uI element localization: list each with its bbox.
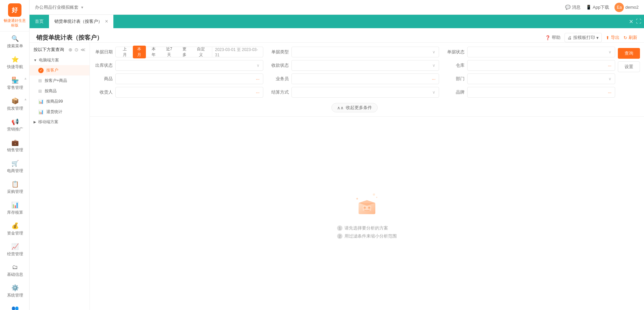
query-btn[interactable]: 查询 [618, 48, 640, 59]
export-icon: ⬆ [606, 35, 609, 40]
order-type-label: 单据类型 [270, 49, 289, 55]
empty-tips: 1 请先选择要分析的方案 2 用过滤条件来缩小分析范围 [337, 225, 397, 239]
content: 销货单统计表（按客户） ❓ 帮助 🖨 按模板打印 ▾ ⬆ 导出 ↻ 刷新 [30, 28, 644, 310]
brand-field[interactable]: ··· [467, 87, 615, 98]
filter-goods-item: 商品 ··· [94, 73, 263, 84]
tab-close-all-btn[interactable]: ✕ [629, 18, 633, 25]
date-label: 单据日期 [94, 49, 113, 55]
dept-select[interactable]: ∨ [467, 73, 615, 84]
filter-area: 单据日期 上月 本月 本年 近7天 更多 自定义 2023-03-01 至 20… [90, 43, 644, 117]
basic-icon: 🗂 [12, 264, 18, 271]
tab-home[interactable]: 首页 [30, 15, 49, 28]
help-btn[interactable]: ❓ 帮助 [545, 35, 560, 41]
goods-field[interactable]: ··· [115, 73, 263, 84]
ecommerce-icon: 🛒 [11, 160, 19, 167]
goods-label: 商品 [94, 76, 113, 82]
sidebar-item-finance[interactable]: 💰 资金管理 [0, 219, 29, 240]
tip-num-2: 2 [337, 234, 342, 239]
date-btn-more[interactable]: 更多 [178, 46, 191, 58]
sidebar-item-system[interactable]: ⚙️ 系统管理 [0, 281, 29, 302]
scheme-item-by-customer-goods[interactable]: ⊞ 按客户+商品 [30, 75, 90, 86]
collapse-arrow-icon: ∧∧ [337, 105, 344, 110]
date-btn-custom[interactable]: 自定义 [193, 46, 209, 58]
app-download-btn[interactable]: 📱 App下载 [586, 4, 609, 10]
sidebar-item-retail[interactable]: 🏪 零售管理 ▲ [0, 73, 29, 94]
header: 办公用品行业模拟账套 ▾ 💬 消息 📱 App下载 Ea demo2 [30, 0, 644, 15]
salesman-label: 业务员 [270, 76, 289, 82]
mobile-group-arrow-icon: ▶ [34, 120, 36, 124]
date-btn-last-month[interactable]: 上月 [118, 46, 131, 58]
delivery-select[interactable]: ∨ [115, 60, 263, 71]
scheme-add-btn[interactable]: ⊕ [68, 47, 72, 52]
sidebar-item-ecommerce[interactable]: 🛒 电商管理 [0, 156, 29, 177]
message-btn[interactable]: 💬 消息 [565, 4, 581, 10]
scheme-group-pc-title[interactable]: ▼ 电脑端方案 [30, 55, 90, 65]
tab-home-label: 首页 [35, 18, 44, 24]
sidebar-item-corp[interactable]: 👥 企业协同 [0, 302, 29, 310]
sidebar-item-purchase[interactable]: 📋 采购管理 [0, 177, 29, 198]
svg-point-4 [376, 197, 377, 198]
scheme-item-by-customer-label: 按客户 [46, 67, 58, 73]
header-right: 💬 消息 📱 App下载 Ea demo2 [565, 3, 639, 12]
tab-sales-stat[interactable]: 销货单统计表（按客户） × [49, 15, 113, 28]
empty-tip-2: 2 用过滤条件来缩小分析范围 [337, 233, 397, 239]
tab-close-icon[interactable]: × [105, 19, 108, 24]
scheme-item-by-goods-99[interactable]: 📊 按商品99 [30, 96, 90, 107]
export-btn[interactable]: ⬆ 导出 [606, 35, 620, 41]
payment-arrow-icon: ∨ [432, 63, 435, 68]
scheme-group-pc: ▼ 电脑端方案 ✓ 按客户 ⊞ 按客户+商品 ⊞ 按商品 [30, 55, 90, 117]
refresh-btn[interactable]: ↻ 刷新 [624, 35, 637, 41]
date-btn-this-month[interactable]: 本月 [133, 46, 146, 58]
date-range-text: 2023-03-01 至 2023-03-31 [212, 47, 260, 57]
tip-num-1: 1 [337, 225, 342, 231]
warehouse-field[interactable]: ··· [467, 60, 615, 71]
order-type-select[interactable]: ∨ [291, 47, 439, 57]
sidebar-item-basic[interactable]: 🗂 基础信息 [0, 260, 29, 281]
retail-icon: 🏪 [11, 76, 19, 84]
marketing-icon: 📢 [11, 118, 19, 125]
brand-label: 品牌 [446, 89, 465, 95]
tab-bar: 首页 销货单统计表（按客户） × ✕ ⛶ [30, 15, 644, 28]
help-label: 帮助 [552, 35, 560, 41]
user-menu[interactable]: Ea demo2 [614, 3, 639, 12]
sidebar-item-shortcut[interactable]: ⭐ 快捷导航 [0, 52, 29, 73]
settlement-select[interactable]: ∨ [291, 87, 439, 98]
scheme-item-return-stat[interactable]: 📊 退货统计 [30, 107, 90, 117]
sidebar-item-wholesale[interactable]: 📦 批发管理 ▲ [0, 94, 29, 115]
header-dropdown-icon[interactable]: ▾ [81, 5, 83, 10]
order-status-select[interactable]: ∨ [467, 47, 615, 57]
svg-point-3 [356, 198, 358, 200]
empty-state: 1 请先选择要分析的方案 2 用过滤条件来缩小分析范围 [90, 117, 644, 310]
filter-delivery-item: 出库状态 ∨ [94, 60, 263, 71]
scheme-settings-btn[interactable]: ⊙ [74, 47, 78, 52]
scheme-item-by-goods[interactable]: ⊞ 按商品 [30, 86, 90, 96]
by-goods-99-icon: 📊 [38, 99, 44, 104]
order-status-label: 单据状态 [446, 49, 465, 55]
print-icon: 🖨 [568, 35, 572, 40]
salesman-field[interactable]: ··· [291, 73, 439, 84]
sidebar-item-marketing[interactable]: 📢 营销推广 [0, 115, 29, 136]
consignee-field[interactable]: ··· [115, 87, 263, 98]
scheme-item-by-customer[interactable]: ✓ 按客户 [30, 65, 90, 75]
date-btn-this-year[interactable]: 本年 [147, 46, 160, 58]
sidebar-label-ecommerce: 电商管理 [7, 168, 23, 174]
print-btn[interactable]: 🖨 按模板打印 ▾ [565, 33, 602, 42]
tab-fullscreen-btn[interactable]: ⛶ [636, 18, 641, 24]
sidebar-item-sales[interactable]: 💼 销售管理 [0, 136, 29, 156]
date-btn-7days[interactable]: 近7天 [162, 46, 177, 58]
sidebar-item-operation[interactable]: 📈 经营管理 [0, 240, 29, 260]
delivery-arrow-icon: ∨ [257, 63, 260, 68]
collapse-btn[interactable]: ∧∧ 收起更多条件 [331, 103, 378, 112]
date-filter[interactable]: 上月 本月 本年 近7天 更多 自定义 2023-03-01 至 2023-03… [115, 47, 263, 57]
sidebar-item-search[interactable]: 🔍 搜索菜单 [0, 32, 29, 52]
scheme-collapse-btn[interactable]: ≪ [80, 47, 86, 52]
settings-btn[interactable]: 设置 [618, 61, 640, 72]
filter-row-4: 收货人 ··· 结算方式 ∨ [94, 87, 615, 98]
scheme-group-mobile-title[interactable]: ▶ 移动端方案 [30, 117, 90, 127]
finance-icon: 💰 [11, 222, 19, 229]
payment-select[interactable]: ∨ [291, 60, 439, 71]
inventory-icon: 📊 [11, 201, 19, 209]
page-title: 销货单统计表（按客户） [36, 34, 103, 42]
sidebar-item-inventory[interactable]: 📊 库存核算 [0, 198, 29, 219]
sidebar-label-retail: 零售管理 [7, 85, 23, 91]
